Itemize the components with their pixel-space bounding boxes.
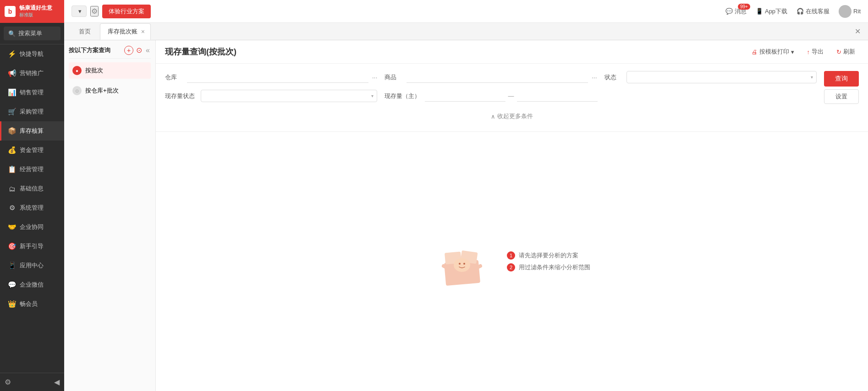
hint-item-1: 1 请先选择要分析的方案	[507, 251, 590, 260]
sidebar-item-label: 新手引导	[20, 242, 44, 250]
stock-status-select[interactable]	[201, 90, 377, 102]
export-label: 导出	[812, 48, 824, 56]
stock-status-label: 现存量状态	[165, 92, 197, 100]
sidebar-item-operations[interactable]: 📋 经营管理	[0, 160, 64, 179]
collapse-icon: ◀	[54, 378, 60, 386]
sidebar-item-label: 应用中心	[20, 261, 44, 270]
range-input: —	[425, 91, 598, 102]
app-center-icon: 📱	[8, 261, 16, 270]
page-header-actions: 🖨 按模板打印 ▾ ↑ 导出 ↻ 刷新	[748, 46, 859, 58]
sidebar-search-area: 🔍 搜索菜单	[0, 23, 64, 44]
sidebar-item-enterprise[interactable]: 🤝 企业协同	[0, 217, 64, 237]
topbar-settings-button[interactable]: ⚙	[90, 6, 99, 16]
plan-by-batch-icon: ●	[72, 66, 82, 75]
sidebar-item-app-center[interactable]: 📱 应用中心	[0, 256, 64, 275]
sidebar-item-sales[interactable]: 📊 销售管理	[0, 83, 64, 102]
empty-hints: 1 请先选择要分析的方案 2 用过滤条件来缩小分析范围	[507, 251, 590, 272]
sidebar-item-purchase[interactable]: 🛒 采购管理	[0, 102, 64, 121]
product-filter: 商品 ···	[385, 72, 597, 83]
user-name-label: Rit	[853, 8, 861, 15]
refresh-icon: ↻	[836, 49, 841, 55]
sidebar-item-label: 畅会员	[20, 300, 38, 308]
stock-qty-max-input[interactable]	[517, 91, 598, 102]
tab-inventory-batch[interactable]: 库存批次账 ×	[100, 23, 151, 40]
svg-point-4	[459, 263, 461, 265]
sidebar-item-quick-nav[interactable]: ⚡ 快捷导航	[0, 44, 64, 64]
operations-icon: 📋	[8, 165, 16, 174]
sidebar-settings-button[interactable]: ⚙	[5, 378, 11, 386]
tab-home[interactable]: 首页	[71, 24, 98, 39]
svg-point-3	[454, 258, 470, 272]
enterprise-icon: 🤝	[8, 223, 16, 231]
search-menu-button[interactable]: 🔍 搜索菜单	[4, 27, 60, 40]
sidebar-item-label: 企业协同	[20, 223, 44, 231]
tab-close-icon[interactable]: ×	[139, 27, 147, 36]
tabs-bar: 首页 库存批次账 × ✕	[64, 23, 868, 40]
status-select[interactable]	[626, 71, 817, 83]
app-download-item[interactable]: 📱 App下载	[756, 7, 787, 16]
refresh-button[interactable]: ↻ 刷新	[833, 46, 859, 58]
breadcrumb-dropdown[interactable]: ▾	[71, 5, 87, 17]
stock-qty-min-input[interactable]	[425, 91, 505, 102]
phone-icon: 📱	[756, 8, 763, 15]
sidebar-item-label: 企业微信	[20, 281, 44, 289]
sidebar-item-marketing[interactable]: 📢 营销推广	[0, 64, 64, 83]
sidebar-item-label: 采购管理	[20, 108, 44, 116]
filter-fields: 仓库 ··· 商品 ···	[165, 71, 817, 109]
online-support-item[interactable]: 🎧 在线客服	[797, 7, 830, 16]
plan-item-by-batch[interactable]: ● 按批次	[69, 62, 151, 79]
left-panel-collapse-button[interactable]: «	[145, 45, 151, 55]
collapse-left-icon: «	[146, 46, 150, 54]
plus-icon: +	[127, 47, 131, 54]
close-panel-button[interactable]: ✕	[855, 27, 861, 36]
product-input[interactable]	[407, 72, 588, 83]
sidebar-item-system[interactable]: ⚙ 系统管理	[0, 198, 64, 217]
collapse-more-area[interactable]: ∧ 收起更多条件	[165, 109, 859, 124]
query-button[interactable]: 查询	[824, 71, 859, 87]
online-support-label: 在线客服	[806, 7, 830, 16]
sidebar-item-member[interactable]: 👑 畅会员	[0, 294, 64, 314]
left-panel-header: 按以下方案查询 + ⊙ «	[69, 45, 151, 59]
sidebar-footer: ⚙ ◀	[0, 373, 64, 391]
settings-button[interactable]: 设置	[824, 89, 859, 104]
wechat-icon: 💬	[8, 281, 16, 289]
tab-active-label: 库存批次账	[108, 27, 137, 36]
main-area: ▾ ⚙ 体验行业方案 💬 消息 99+ 📱 App下载 🎧 在线客服	[64, 0, 868, 391]
refresh-label: 刷新	[843, 48, 855, 56]
sidebar-item-basic[interactable]: 🗂 基础信息	[0, 179, 64, 198]
messages-item[interactable]: 💬 消息 99+	[725, 7, 747, 16]
marketing-icon: 📢	[8, 69, 16, 77]
page-content: 按以下方案查询 + ⊙ « ● 按批次 ⊙	[64, 40, 868, 391]
sidebar-item-newbie[interactable]: 🎯 新手引导	[0, 237, 64, 256]
search-menu-label: 搜索菜单	[18, 29, 42, 38]
filter-area: 仓库 ··· 商品 ···	[156, 64, 868, 132]
sidebar-item-inventory[interactable]: 📦 库存核算	[0, 121, 64, 141]
add-plan-button[interactable]: +	[124, 46, 133, 55]
sidebar-item-finance[interactable]: 💰 资金管理	[0, 141, 64, 160]
warehouse-input[interactable]	[187, 72, 368, 83]
plan-settings-button[interactable]: ⊙	[135, 45, 143, 55]
print-dropdown-arrow: ▾	[791, 49, 794, 55]
hint-text-2: 用过滤条件来缩小分析范围	[519, 263, 590, 272]
trial-button[interactable]: 体验行业方案	[102, 5, 151, 18]
stock-status-dropdown-wrap: ▾	[201, 90, 377, 102]
app-download-label: App下载	[765, 7, 787, 16]
stock-quantity-label: 现存量（主）	[385, 92, 421, 100]
sidebar-item-label: 销售管理	[20, 88, 44, 97]
user-profile-item[interactable]: Rit	[839, 5, 861, 18]
sidebar-item-wechat[interactable]: 💬 企业微信	[0, 275, 64, 294]
topbar-right: 💬 消息 99+ 📱 App下载 🎧 在线客服 Rit	[725, 5, 861, 18]
close-icon: ✕	[855, 27, 861, 35]
export-button[interactable]: ↑ 导出	[803, 46, 828, 58]
collapse-more-label: 收起更多条件	[497, 112, 533, 120]
product-more-icon[interactable]: ···	[592, 74, 597, 81]
warehouse-more-icon[interactable]: ···	[372, 74, 378, 81]
sidebar-item-label: 系统管理	[20, 204, 44, 212]
sidebar-collapse-button[interactable]: ◀	[54, 378, 60, 386]
finance-icon: 💰	[8, 146, 16, 154]
sidebar-item-label: 快捷导航	[20, 50, 44, 58]
plan-item-by-warehouse-batch[interactable]: ⊙ 按仓库+批次	[69, 82, 151, 99]
print-template-button[interactable]: 🖨 按模板打印 ▾	[748, 46, 798, 58]
stock-status-filter: 现存量状态 ▾	[165, 90, 377, 102]
warehouse-filter: 仓库 ···	[165, 72, 377, 83]
